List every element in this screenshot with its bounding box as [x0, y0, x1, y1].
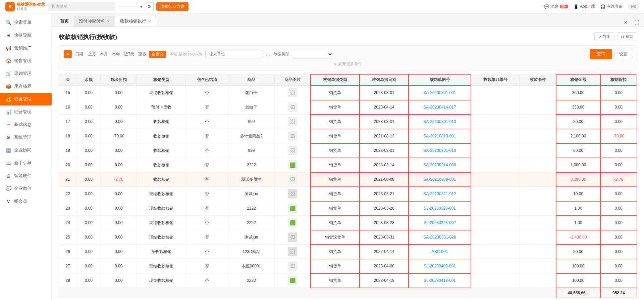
bill-no-link[interactable]: SA-20230414-017 [423, 105, 456, 110]
bill-no-link[interactable]: SA-20230301-010 [423, 119, 456, 124]
nav-dropdown[interactable]: ▾ [119, 4, 142, 9]
row-bill-no[interactable]: SL-20230408-001 [409, 259, 471, 273]
guide-icon: 📖 [5, 160, 11, 166]
sidebar-item-sales[interactable]: 🏠 销售管理 [0, 54, 52, 67]
refresh-btn[interactable]: ↺ 刷新 [617, 32, 637, 41]
sidebar-item-hardware[interactable]: 🖨 智能硬件 [0, 169, 52, 182]
bill-no-link[interactable]: SA-20230321-012 [423, 191, 456, 196]
system-icon: ⚙ [5, 134, 11, 140]
row-bill-no[interactable]: SA-20230314-008 [409, 158, 471, 172]
row-bill-date: 2023-04-18 [360, 273, 409, 288]
bill-no-link[interactable]: SL-20230408-001 [424, 264, 456, 268]
row-product-img: 🟩 [274, 158, 311, 172]
query-btn[interactable]: 查询 [590, 49, 612, 59]
bill-no-link[interactable]: SA-20210813-001 [423, 134, 456, 138]
col-product-img: 商品图片 [274, 74, 311, 86]
app-download-btn[interactable]: 📱 App下载 [574, 4, 595, 9]
sidebar-item-search[interactable]: 🔍 搜索菜单 [0, 16, 52, 29]
bill-no-link[interactable]: SA-20230314-008 [423, 163, 456, 167]
row-bill-no[interactable]: SA-20210813-001 [409, 129, 471, 143]
tab-collect[interactable]: 收款核销执行 ✕ [115, 16, 156, 27]
user-avatar[interactable]: Rit [628, 4, 639, 10]
settings-icon[interactable]: ⚙ [145, 2, 154, 11]
sidebar-item-purchase[interactable]: 🛒 采购管理 [0, 67, 52, 80]
this-month-btn[interactable]: 本月 [99, 51, 109, 58]
bill-no-link[interactable]: SA-20230301-010 [423, 148, 456, 153]
sidebar-item-enterprise[interactable]: 🏢 企业协同 [0, 144, 52, 157]
sidebar-item-marketing[interactable]: 📢 营销推广 [0, 42, 52, 54]
voucher-type-select[interactable] [293, 50, 333, 58]
row-bill-no[interactable]: SL-20230328-001 [409, 201, 471, 216]
logo-icon: 6 [5, 2, 15, 11]
bill-no-link[interactable]: ABC-001 [432, 249, 448, 254]
last-month-btn[interactable]: 上月 [87, 51, 97, 58]
row-bill-no[interactable]: SL-20230328-002 [409, 216, 471, 230]
bill-no-link[interactable]: SA-20230301-001 [423, 90, 456, 95]
row-bill-no[interactable]: SA-20230321-012 [409, 187, 471, 201]
sidebar-item-basic[interactable]: ☰ 基础信息 [0, 118, 52, 131]
custom-btn[interactable]: 自定义 [149, 51, 166, 58]
row-condition [520, 172, 556, 187]
col-settings[interactable]: ⚙ [59, 74, 77, 86]
grid-icon: ⊞ [5, 32, 11, 38]
row-balance: 0.00 [77, 129, 101, 143]
row-bill-no[interactable]: SA-20230331-026 [409, 230, 471, 245]
messages-btn[interactable]: 💬 消息 99+ [544, 4, 568, 9]
online-service-btn[interactable]: 🎧 在线客服 [600, 4, 623, 9]
partner-input[interactable] [205, 50, 263, 58]
sidebar-item-inventory[interactable]: 📦 库存核算 [0, 80, 52, 93]
industry-btn[interactable]: 体验行业方案 [156, 2, 189, 11]
tab-home[interactable]: 首页 [55, 16, 73, 27]
maximize-btn[interactable]: ⛶ [633, 18, 641, 27]
settings-btn[interactable]: 设置 [614, 49, 632, 59]
sidebar-item-guide[interactable]: 📖 新手引导 [0, 157, 52, 169]
sidebar-item-wechat[interactable]: 💬 企业微信 [0, 182, 52, 195]
row-type: 收款核销 [137, 115, 186, 129]
filter-collapse-btn[interactable]: » [64, 50, 72, 58]
row-discount: 0.00 [101, 100, 137, 115]
row-balance: 0.00 [77, 201, 101, 216]
bill-no-link[interactable]: SL-20230418-001 [424, 278, 456, 283]
this-year-btn[interactable]: 本年 [111, 51, 121, 58]
row-bill-no[interactable]: ABC-001 [409, 245, 471, 259]
phone-icon: 📱 [574, 4, 579, 9]
row-deduct: 0.00 [600, 245, 637, 259]
sidebar-item-finance[interactable]: 💰 资金管理 [0, 93, 52, 105]
filter-expand-row[interactable]: ∨ 展开更多条件 [64, 61, 632, 67]
top-search-bar[interactable]: 搜索菜单 [48, 2, 115, 11]
row-bill-no[interactable]: SA-20210808-001 [409, 172, 471, 187]
row-bill-no[interactable]: SA-20230301-010 [409, 143, 471, 158]
row-bill-no[interactable]: SL-20230418-001 [409, 273, 471, 288]
row-deduct: 0.00 [600, 216, 637, 230]
basic-icon: ☰ [5, 122, 11, 128]
col-cash-discount: 现金折扣 [101, 74, 137, 86]
tab-prepay-close[interactable]: ✕ [107, 19, 110, 23]
bill-no-link[interactable]: SA-20210808-001 [423, 177, 456, 182]
sidebar-item-quick-nav[interactable]: ⊞ 快捷导航 [0, 29, 52, 42]
row-bill-no[interactable]: SA-20230301-010 [409, 115, 471, 129]
top-bar-mid: ▾ ⚙ 体验行业方案 [119, 2, 541, 11]
sidebar-label-quick-nav: 快捷导航 [14, 32, 32, 38]
sidebar-item-system[interactable]: ⚙ 系统管理 [0, 131, 52, 144]
row-order-no [471, 143, 520, 158]
tab-collect-close[interactable]: ✕ [148, 19, 151, 23]
row-bill-type: 销货退货单 [311, 230, 360, 245]
row-bill-no[interactable]: SA-20230301-001 [409, 86, 471, 100]
tab-prepay[interactable]: 预付冲应付单 ✕ [74, 16, 114, 27]
bill-no-link[interactable]: SL-20230328-002 [424, 220, 456, 225]
bill-no-link[interactable]: SL-20230328-001 [424, 206, 456, 211]
row-amount: 333.00 [556, 100, 600, 115]
last7-btn[interactable]: 近7天 [123, 51, 136, 58]
table-row: 21 0.00 -2.76 收款核销 否 测试多属性 🖼 销货单 2021-08… [59, 172, 637, 187]
hardware-icon: 🖨 [5, 173, 11, 179]
close-window-btn[interactable]: ✕ [622, 18, 630, 27]
row-deduct: -70.00 [600, 129, 637, 143]
sidebar-item-member[interactable]: V 畅会员 [0, 195, 52, 208]
sidebar-label-system: 系统管理 [14, 134, 32, 140]
voucher-type-label: 单据类型 [273, 51, 289, 57]
export-btn[interactable]: ↗ 导出 [594, 32, 614, 41]
sidebar-item-operations[interactable]: 📊 经营管理 [0, 105, 52, 118]
more-btn[interactable]: 更多 [137, 51, 148, 58]
bill-no-link[interactable]: SA-20230331-026 [423, 235, 456, 240]
row-bill-no[interactable]: SA-20230414-017 [409, 100, 471, 115]
